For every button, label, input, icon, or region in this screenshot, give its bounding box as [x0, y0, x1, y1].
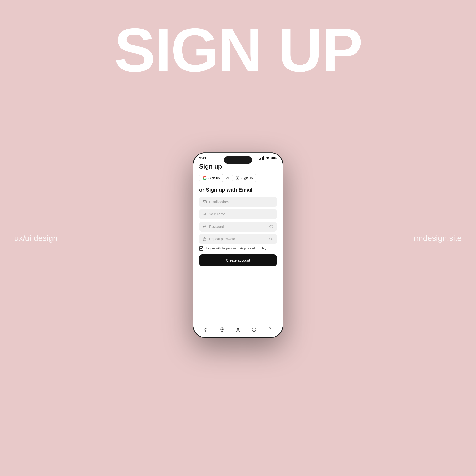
page-title: Sign up [199, 163, 277, 170]
status-time: 9:41 [199, 156, 206, 160]
svg-point-9 [221, 329, 222, 330]
repeat-password-eye-icon[interactable] [269, 237, 273, 241]
email-field[interactable]: Email address [199, 197, 277, 207]
email-section-heading: or Sign up with Email [199, 187, 277, 193]
repeat-password-field[interactable]: Repeat password [199, 234, 277, 244]
email-placeholder: Email address [209, 200, 273, 204]
social-buttons-row: Sign up or Sign up [199, 174, 277, 182]
google-icon [203, 176, 206, 180]
side-text-left: ux/ui design [14, 234, 57, 243]
name-placeholder: Your name [209, 212, 273, 216]
lock-icon-repeat [203, 237, 207, 241]
nav-heart-icon[interactable] [251, 327, 256, 333]
apple-signup-button[interactable]: Sign up [232, 174, 256, 182]
svg-rect-5 [204, 226, 206, 228]
svg-point-6 [271, 226, 272, 227]
name-field[interactable]: Your name [199, 209, 277, 219]
background-title: SIGN UP [114, 19, 362, 81]
svg-point-4 [204, 213, 205, 214]
email-icon [203, 200, 207, 204]
policy-label: I agree with the personal data processin… [206, 247, 267, 250]
apple-signup-label: Sign up [241, 176, 253, 180]
nav-bag-icon[interactable] [267, 327, 272, 333]
side-text-right: rmdesign.site [414, 234, 462, 243]
apple-icon [236, 176, 239, 180]
password-field[interactable]: Password [199, 221, 277, 232]
password-eye-icon[interactable] [269, 224, 273, 229]
checkmark-icon [200, 247, 203, 250]
lock-icon [203, 224, 207, 229]
create-account-button[interactable]: Create account [199, 255, 277, 266]
svg-rect-3 [203, 201, 206, 203]
policy-checkbox[interactable] [199, 246, 204, 251]
password-placeholder: Password [209, 225, 267, 228]
nav-profile-icon[interactable] [235, 327, 241, 333]
screen-content: Sign up Sign up or [193, 161, 283, 324]
nav-location-icon[interactable] [220, 327, 225, 333]
policy-checkbox-row[interactable]: I agree with the personal data processin… [199, 246, 277, 251]
bottom-nav [193, 324, 283, 337]
google-signup-label: Sign up [208, 176, 220, 180]
svg-rect-1 [272, 157, 276, 159]
signal-icon [259, 156, 264, 160]
repeat-password-placeholder: Repeat password [209, 237, 267, 241]
wifi-icon [266, 156, 270, 159]
svg-rect-7 [204, 239, 206, 241]
svg-rect-11 [268, 329, 272, 332]
svg-point-8 [271, 238, 272, 240]
phone-mockup: 9:41 [193, 152, 283, 338]
google-signup-button[interactable]: Sign up [199, 174, 223, 182]
or-divider: or [226, 176, 229, 180]
user-icon [203, 212, 207, 216]
nav-home-icon[interactable] [204, 327, 209, 333]
dynamic-island [224, 156, 252, 164]
battery-icon [271, 157, 277, 159]
status-icons [259, 156, 277, 160]
svg-point-10 [237, 328, 239, 330]
